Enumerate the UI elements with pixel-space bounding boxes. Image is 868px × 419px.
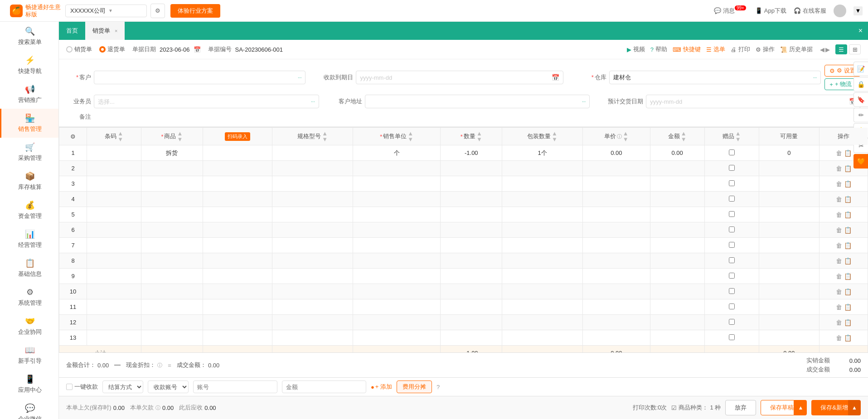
tab-sales-order[interactable]: 销货单 × [85, 22, 125, 40]
avatar[interactable] [834, 5, 846, 17]
save-new-button[interactable]: 保存&新增 [811, 400, 848, 415]
gift-checkbox[interactable] [729, 226, 735, 232]
customer-addr-text-input[interactable] [369, 98, 580, 105]
spec-cell[interactable] [272, 145, 353, 161]
calendar-icon[interactable]: 📅 [194, 46, 201, 53]
calendar-icon[interactable]: 📅 [552, 74, 559, 81]
delete-icon[interactable]: 🗑 [836, 196, 842, 203]
sidebar-item-quick-nav[interactable]: ⚡ 快捷导航 [0, 51, 58, 80]
sidebar-item-app-center[interactable]: 📱 应用中心 [0, 370, 58, 399]
sidebar-item-finance[interactable]: 💰 资金管理 [0, 196, 58, 225]
copy-icon[interactable]: 📋 [844, 273, 852, 280]
expected-date-text-input[interactable] [650, 98, 847, 105]
copy-icon[interactable]: 📋 [844, 211, 852, 218]
next-icon[interactable]: ▶ [825, 46, 830, 53]
sidebar-item-system[interactable]: ⚙ 系统管理 [0, 283, 58, 312]
gift-checkbox[interactable] [729, 319, 735, 325]
gift-checkbox[interactable] [729, 242, 735, 248]
one-click-checkbox[interactable] [66, 384, 73, 390]
pkg-qty-cell[interactable]: 1个 [502, 145, 583, 161]
delete-icon[interactable]: 🗑 [836, 226, 842, 234]
barcode-cell[interactable] [87, 145, 141, 161]
gift-checkbox[interactable] [729, 196, 735, 202]
help-btn[interactable]: ? 帮助 [650, 45, 667, 53]
discard-button[interactable]: 放弃 [725, 400, 756, 415]
save-draft-button[interactable]: 保存草稿 [761, 400, 794, 415]
sidebar-item-guide[interactable]: 📖 新手引导 [0, 341, 58, 370]
print-btn[interactable]: 🖨 打印 [731, 45, 750, 53]
float-bookmark-btn[interactable]: 🔖 [853, 92, 868, 107]
customer-text-input[interactable] [98, 74, 296, 81]
gift-checkbox[interactable] [729, 288, 735, 294]
sidebar-item-marketing[interactable]: 📢 营销推广 [0, 80, 58, 109]
delete-icon[interactable]: 🗑 [836, 288, 842, 295]
shortcut-btn[interactable]: ⌨ 快捷键 [673, 45, 701, 53]
help-icon[interactable]: ? [436, 384, 440, 390]
gift-cell[interactable] [704, 145, 759, 161]
scan-button[interactable]: 扫码录入 [225, 132, 250, 141]
price-cell[interactable]: 0.00 [582, 145, 650, 161]
grid-view-btn[interactable]: ⊞ [849, 44, 861, 54]
gift-checkbox[interactable] [729, 273, 735, 279]
amount-cell[interactable]: 0.00 [650, 145, 704, 161]
delete-icon[interactable]: 🗑 [836, 165, 842, 172]
sidebar-item-inventory[interactable]: 📦 库存核算 [0, 167, 58, 196]
copy-icon[interactable]: 📋 [844, 196, 852, 203]
copy-icon[interactable]: 📋 [844, 319, 852, 326]
salesperson-text-input[interactable] [98, 98, 309, 105]
float-edit-btn[interactable]: ✏ [853, 108, 868, 122]
copy-icon[interactable]: 📋 [844, 288, 852, 295]
gift-checkbox[interactable] [729, 165, 735, 171]
delete-icon[interactable]: 🗑 [836, 211, 842, 218]
add-payment-btn[interactable]: ● + 添加 [371, 383, 392, 391]
copy-icon[interactable]: 📋 [844, 257, 852, 265]
settings-icon[interactable]: ⚙ [150, 4, 165, 18]
sidebar-item-search[interactable]: 🔍 搜索菜单 [0, 22, 58, 51]
sidebar-item-purchase[interactable]: 🛒 采购管理 [0, 138, 58, 167]
select-btn[interactable]: ☰ 选单 [706, 45, 725, 53]
due-date-input[interactable]: 📅 [356, 71, 563, 84]
gift-checkbox[interactable] [729, 303, 735, 309]
user-menu[interactable]: ▼ [853, 6, 863, 15]
warehouse-input[interactable]: 建材仓 ··· [609, 71, 821, 84]
list-view-btn[interactable]: ☰ [835, 44, 847, 54]
th-scan[interactable]: 扫码录入 [203, 128, 272, 145]
delete-icon[interactable]: 🗑 [836, 180, 842, 188]
operation-btn[interactable]: ⚙ 操作 [756, 45, 775, 53]
due-date-text-input[interactable] [360, 74, 549, 81]
delete-icon[interactable]: 🗑 [836, 319, 842, 326]
copy-icon[interactable]: 📋 [844, 149, 852, 157]
float-note-btn[interactable]: 📝 [853, 62, 868, 76]
sidebar-item-basic[interactable]: 📋 基础信息 [0, 254, 58, 283]
salesperson-input[interactable]: ··· [94, 95, 319, 108]
qty-cell[interactable]: -1.00 [441, 145, 502, 161]
sidebar-item-wechat[interactable]: 💬 企业微信 [0, 399, 58, 419]
product-type[interactable]: ☑ 商品种类： 1 种 [671, 404, 721, 412]
delete-icon[interactable]: 🗑 [836, 257, 842, 265]
save-new-arrow[interactable]: ▲ [848, 400, 861, 415]
tab-close-all[interactable]: × [858, 27, 868, 35]
save-draft-arrow[interactable]: ▲ [794, 400, 807, 415]
sales-order-radio[interactable]: 销货单 [66, 45, 92, 53]
trial-button[interactable]: 体验行业方案 [170, 4, 220, 18]
history-btn[interactable]: 📜 历史单据 [780, 45, 813, 53]
delete-icon[interactable]: 🗑 [836, 242, 842, 249]
copy-icon[interactable]: 📋 [844, 165, 852, 172]
copy-icon[interactable]: 📋 [844, 303, 852, 311]
one-click-pay-label[interactable]: 一键收款 [66, 383, 98, 391]
return-order-radio[interactable]: 退货单 [99, 45, 125, 53]
copy-icon[interactable]: 📋 [844, 242, 852, 249]
delete-icon[interactable]: 🗑 [836, 149, 842, 157]
prev-icon[interactable]: ◀ [820, 46, 824, 53]
copy-icon[interactable]: 📋 [844, 226, 852, 234]
company-selector[interactable]: XXXXXX公司 ▼ [65, 5, 147, 17]
sidebar-item-enterprise[interactable]: 🤝 企业协同 [0, 312, 58, 341]
online-service-btn[interactable]: 🎧 在线客服 [794, 7, 826, 15]
customer-addr-input[interactable]: ··· [365, 95, 590, 108]
unit-cell[interactable]: 个 [353, 145, 441, 161]
th-gear[interactable]: ⚙ [59, 128, 87, 145]
settlement-select[interactable]: 结算方式 [102, 380, 143, 393]
delete-icon[interactable]: 🗑 [836, 334, 842, 342]
copy-icon[interactable]: 📋 [844, 180, 852, 188]
account-select[interactable]: 收款账号 [148, 380, 189, 393]
